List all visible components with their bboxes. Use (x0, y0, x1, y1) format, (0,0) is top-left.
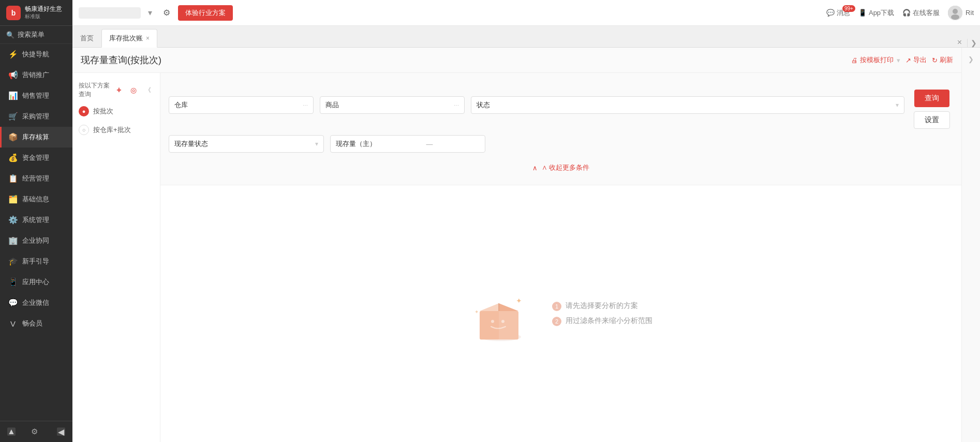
scroll-up-btn[interactable]: ▲ (7, 428, 16, 436)
sidebar-item-operation[interactable]: 📋 经营管理 (0, 168, 72, 189)
sidebar-header: b 畅康通好生意 标准版 (0, 0, 72, 26)
shortcut-icon: ⚡ (8, 49, 18, 60)
experience-btn[interactable]: 体验行业方案 (178, 5, 233, 21)
filter-row-2: 现存量状态 ▾ 现存量（主） — (169, 135, 953, 153)
sidebar-item-marketing[interactable]: 📢 营销推广 (0, 65, 72, 85)
topbar-left: ▾ ⚙ 体验行业方案 (79, 5, 822, 21)
filter-main: 仓库 ··· 商品 ··· 状态 (160, 73, 961, 442)
purchase-icon: 🛒 (8, 111, 18, 122)
export-btn[interactable]: ↗ 导出 (905, 55, 927, 65)
template-print-btn[interactable]: 🖨 按模板打印 ▾ (851, 55, 900, 65)
filter-item-warehouse-batch[interactable]: ○ 按仓库+批次 (72, 121, 160, 139)
sidebar-item-system[interactable]: ⚙️ 系统管理 (0, 210, 72, 230)
tab-home[interactable]: 首页 (72, 28, 101, 47)
collapse-filter-btn[interactable]: 《 (142, 84, 154, 96)
topbar-gear-btn[interactable]: ⚙ (159, 6, 174, 20)
sidebar-item-enterprise[interactable]: 🏢 企业协同 (0, 230, 72, 251)
batch-active-icon: ● (79, 106, 89, 116)
collapse-sidebar-btn[interactable]: ◀ (57, 428, 65, 436)
svg-point-11 (491, 320, 494, 323)
inv-status-dropdown-icon: ▾ (315, 140, 318, 148)
messages-badge: 99+ (842, 5, 855, 12)
svg-point-12 (501, 320, 504, 323)
inventory-status-field[interactable]: 现存量状态 ▾ (169, 135, 324, 153)
sidebar-nav: ⚡ 快捷导航 📢 营销推广 📊 销售管理 🛒 采购管理 📦 库存核算 💰 资金管… (0, 44, 72, 421)
empty-state: ✦ ✦ 1 (160, 185, 961, 442)
download-icon: 📱 (858, 9, 867, 17)
system-icon: ⚙️ (8, 215, 18, 225)
app-download-btn[interactable]: 📱 App下载 (858, 8, 894, 18)
finance-icon: 💰 (8, 153, 18, 163)
inventory-icon: 📦 (8, 132, 18, 142)
tab-inventory-batch[interactable]: 库存批次账 × (101, 29, 157, 48)
online-support-btn[interactable]: 🎧 在线客服 (902, 8, 940, 18)
wechat-icon: 💬 (8, 298, 18, 308)
warehouse-batch-icon: ○ (79, 125, 89, 135)
sidebar-item-vip[interactable]: V 畅会员 (0, 313, 72, 334)
page-title: 现存量查询(按批次) (81, 54, 161, 66)
svg-marker-5 (480, 303, 499, 311)
svg-rect-7 (480, 311, 499, 340)
settings-btn[interactable]: ⚙ (29, 426, 39, 437)
sidebar-item-apps[interactable]: 📱 应用中心 (0, 272, 72, 292)
sidebar-item-inventory[interactable]: 📦 库存核算 (0, 127, 72, 148)
export-icon: ↗ (905, 56, 911, 64)
search-icon: 🔍 (6, 31, 14, 39)
filter-action-buttons: 查询 设置 (911, 81, 953, 129)
empty-illustration: ✦ ✦ (469, 283, 531, 345)
expand-icon[interactable]: ❯ (967, 39, 980, 47)
support-icon: 🎧 (902, 9, 911, 17)
query-btn[interactable]: 查询 (914, 90, 949, 107)
inv-main-separator: — (426, 140, 433, 148)
gear-icon: ⚙ (163, 8, 170, 18)
svg-point-2 (951, 14, 959, 20)
filter-item-batch[interactable]: ● 按批次 (72, 102, 160, 121)
status-dropdown-icon: ▾ (896, 101, 899, 109)
scheme-settings-btn[interactable]: ◎ (128, 84, 139, 96)
settings-btn[interactable]: 设置 (914, 111, 950, 129)
newbie-icon: 🎓 (8, 256, 18, 267)
filter-row-1: 仓库 ··· 商品 ··· 状态 (169, 81, 953, 129)
sidebar-item-basic[interactable]: 🗂️ 基础信息 (0, 189, 72, 210)
filter-form: 仓库 ··· 商品 ··· 状态 (160, 73, 961, 185)
sidebar-item-purchase[interactable]: 🛒 采购管理 (0, 106, 72, 127)
empty-step-1: 1 请先选择要分析的方案 (552, 301, 652, 311)
sidebar-item-newbie[interactable]: 🎓 新手引导 (0, 251, 72, 272)
topbar-dropdown-icon[interactable]: ▾ (145, 8, 155, 18)
content-area: 现存量查询(按批次) 🖨 按模板打印 ▾ ↗ 导出 ↻ 刷新 (72, 48, 980, 442)
sidebar-item-finance[interactable]: 💰 资金管理 (0, 148, 72, 168)
tab-close-icon[interactable]: × (146, 35, 150, 42)
messages-btn[interactable]: 💬 消息 99+ (826, 8, 850, 18)
vip-icon: V (8, 318, 18, 329)
page-wrapper: 现存量查询(按批次) 🖨 按模板打印 ▾ ↗ 导出 ↻ 刷新 (72, 48, 961, 442)
inventory-main-field[interactable]: 现存量（主） — (330, 135, 485, 153)
warehouse-field[interactable]: 仓库 ··· (169, 96, 314, 114)
enterprise-icon: 🏢 (8, 235, 18, 246)
app-logo: b (6, 6, 21, 20)
dropdown-print-icon[interactable]: ▾ (897, 56, 900, 64)
close-page-btn[interactable]: × (952, 38, 967, 47)
user-avatar (948, 6, 962, 20)
page-header: 现存量查询(按批次) 🖨 按模板打印 ▾ ↗ 导出 ↻ 刷新 (72, 48, 961, 73)
main-area: ▾ ⚙ 体验行业方案 💬 消息 99+ 📱 App下载 🎧 在线客服 (72, 0, 980, 442)
refresh-btn[interactable]: ↻ 刷新 (932, 55, 953, 65)
filter-sidebar: 按以下方案查询 + ◎ 《 ● 按批次 ○ 按仓库+批次 (72, 73, 160, 442)
filter-area: 按以下方案查询 + ◎ 《 ● 按批次 ○ 按仓库+批次 (72, 73, 961, 442)
sidebar-item-shortcut[interactable]: ⚡ 快捷导航 (0, 44, 72, 65)
topbar-right: 💬 消息 99+ 📱 App下载 🎧 在线客服 Rit (826, 6, 974, 20)
sidebar-item-sales[interactable]: 📊 销售管理 (0, 85, 72, 106)
sidebar-item-wechat[interactable]: 💬 企业微信 (0, 292, 72, 313)
add-scheme-btn[interactable]: + (113, 84, 125, 96)
right-panel-scroll[interactable]: ❯ (964, 52, 978, 66)
search-menu[interactable]: 🔍 搜索菜单 (0, 26, 72, 44)
basic-icon: 🗂️ (8, 194, 18, 204)
svg-text:✦: ✦ (516, 297, 522, 305)
topbar-search-input[interactable] (79, 7, 141, 19)
user-area[interactable]: Rit (948, 6, 974, 20)
collapse-filter-btn[interactable]: ∧ ∧ 收起更多条件 (169, 159, 953, 176)
tabbar: 首页 库存批次账 × × ❯ (72, 26, 980, 48)
status-field[interactable]: 状态 ▾ (471, 96, 904, 114)
user-name: Rit (966, 9, 974, 17)
product-field[interactable]: 商品 ··· (320, 96, 465, 114)
right-panel: ❯ (961, 48, 980, 442)
